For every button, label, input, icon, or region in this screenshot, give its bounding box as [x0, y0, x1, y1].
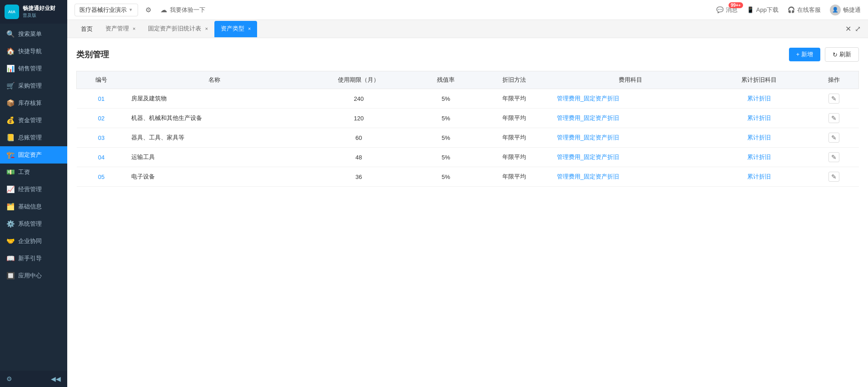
tab-home[interactable]: 首页 [74, 21, 99, 37]
app-download-btn[interactable]: 📱 App下载 [747, 6, 779, 14]
headset-icon: 🎧 [788, 6, 795, 13]
customer-service-btn[interactable]: 🎧 在线客服 [788, 6, 821, 14]
sidebar-item-label: 库存核算 [18, 99, 42, 107]
maximize-icon[interactable]: ⤢ [855, 25, 861, 33]
refresh-button[interactable]: ↻ 刷新 [825, 47, 859, 62]
edit-btn-2[interactable]: ✎ [828, 133, 839, 143]
table-row: 05 电子设备 36 5% 年限平均 管理费用_固定资产折旧 累计折旧 ✎ [77, 167, 859, 187]
sidebar-item-app-center[interactable]: 🔲 应用中心 [0, 267, 67, 284]
cell-method-3: 年限平均 [477, 148, 551, 167]
sidebar-item-capital[interactable]: 💰 资金管理 [0, 112, 67, 129]
table-row: 04 运输工具 48 5% 年限平均 管理费用_固定资产折旧 累计折旧 ✎ [77, 148, 859, 167]
cell-method-1: 年限平均 [477, 109, 551, 128]
content-area: 类别管理 + 新增 ↻ 刷新 编号 名称 使用期限（月） 残值率 折旧方法 [67, 38, 868, 387]
topbar: 医疗器械行业演示 ▾ ⚙ ☁ 我要体验一下 💬 消息 99++ 📱 App下载 … [67, 0, 868, 20]
experience-label: 我要体验一下 [170, 6, 205, 14]
sidebar-app-subtitle: 普及版 [23, 12, 55, 19]
cell-subject-1: 管理费用_固定资产折旧 [551, 109, 709, 128]
close-window-icon[interactable]: ✕ [845, 25, 851, 33]
sidebar-item-label: 基础信息 [18, 203, 42, 211]
sidebar-item-label: 企业协同 [18, 237, 42, 245]
edit-btn-4[interactable]: ✎ [828, 172, 839, 182]
sidebar-item-operations[interactable]: 📈 经营管理 [0, 181, 67, 198]
sidebar-item-system[interactable]: ⚙️ 系统管理 [0, 215, 67, 233]
ledger-icon: 📒 [6, 134, 15, 142]
cell-subject-0: 管理费用_固定资产折旧 [551, 89, 709, 109]
cell-subject-4: 管理费用_固定资产折旧 [551, 167, 709, 187]
cell-action-4: ✎ [809, 167, 859, 187]
sidebar-item-purchase[interactable]: 🛒 采购管理 [0, 77, 67, 94]
col-subject: 费用科目 [551, 71, 709, 89]
sidebar-item-sales[interactable]: 📊 销售管理 [0, 60, 67, 77]
user-label: 畅捷通 [843, 6, 861, 14]
col-method: 折旧方法 [477, 71, 551, 89]
cell-subject-2: 管理费用_固定资产折旧 [551, 128, 709, 148]
topbar-right: 💬 消息 99++ 📱 App下载 🎧 在线客服 👤 畅捷通 [716, 5, 861, 15]
tab-asset-mgmt-close[interactable]: × [133, 26, 135, 31]
page-header: 类别管理 + 新增 ↻ 刷新 [76, 47, 859, 62]
tab-depreciation-close[interactable]: × [205, 26, 208, 31]
col-action: 操作 [809, 71, 859, 89]
settings-icon[interactable]: ⚙ [6, 375, 12, 382]
purchase-icon: 🛒 [6, 82, 15, 90]
sidebar-item-quick-nav[interactable]: 🏠 快捷导航 [0, 43, 67, 60]
cell-action-0: ✎ [809, 89, 859, 109]
system-icon: ⚙️ [6, 220, 15, 228]
tab-asset-mgmt-label: 资产管理 [105, 25, 129, 33]
app-selector-label: 医疗器械行业演示 [79, 6, 127, 14]
edit-btn-1[interactable]: ✎ [828, 113, 839, 123]
cell-name-2: 器具、工具、家具等 [126, 128, 302, 148]
edit-btn-3[interactable]: ✎ [828, 152, 839, 162]
cell-method-0: 年限平均 [477, 89, 551, 109]
sidebar-item-inventory[interactable]: 📦 库存核算 [0, 94, 67, 112]
sidebar-item-guide[interactable]: 📖 新手引导 [0, 250, 67, 267]
sidebar-logo: AtA [5, 5, 19, 19]
fixed-assets-icon: 🏗️ [6, 151, 15, 159]
sidebar-item-search[interactable]: 🔍 搜索菜单 [0, 25, 67, 43]
sidebar-item-basic-info[interactable]: 🗂️ 基础信息 [0, 198, 67, 215]
col-code: 编号 [77, 71, 126, 89]
sidebar-item-cooperation[interactable]: 🤝 企业协同 [0, 233, 67, 250]
tab-depreciation[interactable]: 固定资产折旧统计表 × [142, 21, 214, 37]
experience-btn[interactable]: ☁ 我要体验一下 [160, 6, 205, 14]
col-residual: 残值率 [415, 71, 477, 89]
cell-cumulative-4: 累计折旧 [709, 167, 809, 187]
cell-cumulative-2: 累计折旧 [709, 128, 809, 148]
cell-method-2: 年限平均 [477, 128, 551, 148]
cell-action-2: ✎ [809, 128, 859, 148]
message-badge: 99++ [729, 2, 743, 8]
cooperation-icon: 🤝 [6, 237, 15, 245]
collapse-icon[interactable]: ◀◀ [51, 375, 61, 382]
table-header: 编号 名称 使用期限（月） 残值率 折旧方法 费用科目 累计折旧科目 操作 [77, 71, 859, 89]
cell-period-1: 120 [303, 109, 415, 128]
table-body: 01 房屋及建筑物 240 5% 年限平均 管理费用_固定资产折旧 累计折旧 ✎… [77, 89, 859, 187]
cloud-icon: ☁ [160, 6, 167, 14]
tab-actions: ✕ ⤢ [845, 25, 861, 33]
sidebar-item-fixed-assets[interactable]: 🏗️ 固定资产 [0, 146, 67, 164]
sidebar: AtA 畅捷通好业财 普及版 🔍 搜索菜单 🏠 快捷导航 📊 销售管理 🛒 采购… [0, 0, 67, 387]
cell-residual-3: 5% [415, 148, 477, 167]
cell-code-4: 05 [77, 167, 126, 187]
category-table: 编号 名称 使用期限（月） 残值率 折旧方法 费用科目 累计折旧科目 操作 01… [76, 71, 859, 187]
sidebar-item-payroll[interactable]: 💵 工资 [0, 164, 67, 181]
sidebar-header: AtA 畅捷通好业财 普及版 [0, 0, 67, 24]
sidebar-item-ledger[interactable]: 📒 总账管理 [0, 129, 67, 146]
quick-nav-icon: 🏠 [6, 47, 15, 55]
tab-asset-type[interactable]: 资产类型 × [214, 21, 257, 37]
edit-btn-0[interactable]: ✎ [828, 94, 839, 104]
cell-period-4: 36 [303, 167, 415, 187]
sidebar-item-label: 经营管理 [18, 185, 42, 194]
sidebar-item-label: 新手引导 [18, 254, 42, 263]
user-btn[interactable]: 👤 畅捷通 [830, 5, 861, 15]
cell-residual-2: 5% [415, 128, 477, 148]
app-selector[interactable]: 医疗器械行业演示 ▾ [74, 4, 138, 16]
cell-cumulative-0: 累计折旧 [709, 89, 809, 109]
download-icon: 📱 [747, 6, 754, 13]
sidebar-footer: ⚙ ◀◀ [0, 371, 67, 387]
tab-asset-type-close[interactable]: × [248, 26, 251, 31]
cell-code-1: 02 [77, 109, 126, 128]
message-btn[interactable]: 💬 消息 99++ [716, 6, 738, 14]
gear-icon[interactable]: ⚙ [145, 6, 151, 14]
new-button[interactable]: + 新增 [789, 48, 820, 61]
tab-asset-mgmt[interactable]: 资产管理 × [99, 21, 142, 37]
